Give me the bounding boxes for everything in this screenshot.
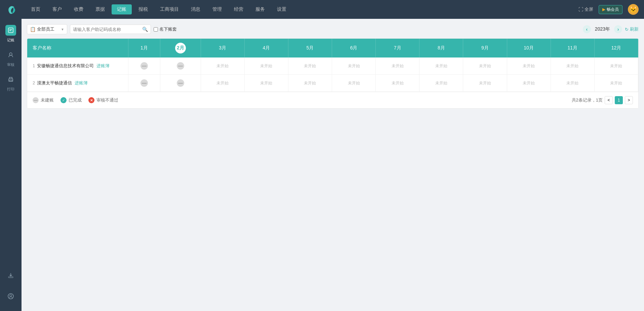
sidebar-item-audit[interactable]: 审核 (0, 46, 22, 71)
employee-filter-label: 全部员工 (37, 26, 54, 32)
month-status-cell: 未开始 (244, 75, 288, 92)
sidebar-ledger-label: 记账 (7, 38, 14, 43)
print-icon-box (5, 74, 16, 85)
active-month-circle: 2月 (175, 43, 186, 53)
nav-item-business[interactable]: 工商项目 (155, 4, 184, 14)
ledger-icon-box (5, 25, 16, 36)
status-not-started: 未开始 (479, 81, 491, 85)
next-page-button[interactable]: > (625, 96, 633, 104)
vip-button[interactable]: ▶ 畅会员 (599, 5, 622, 14)
nav-item-manage[interactable]: 管理 (207, 4, 227, 14)
status-not-started: 未开始 (216, 81, 229, 85)
enter-ledger-link[interactable]: 进账簿 (96, 63, 110, 68)
col-aug: 8月 (419, 39, 463, 57)
fullscreen-icon: ⛶ (578, 7, 583, 12)
prev-year-button[interactable]: ‹ (583, 25, 591, 33)
accounts-table-wrapper: 客户名称 1月 2月 3月 4月 5月 6月 7月 8月 9月 10月 11月 (27, 38, 639, 109)
year-navigation: ‹ 2023年 › (583, 25, 622, 33)
toolbar: 📋 全部员工 ▼ 🔍 名下账套 ‹ 2023年 › ↻ 刷新 (27, 24, 639, 34)
status-not-started: 未开始 (392, 64, 404, 68)
status-not-started: 未开始 (610, 81, 622, 85)
month-status-cell: 未开始 (594, 75, 638, 92)
col-nov: 11月 (551, 39, 594, 57)
top-navigation: 首页 客户 收费 票据 记账 报税 工商项目 消息 管理 经营 服务 设置 ⛶ … (0, 0, 644, 19)
month-status-cell: 未开始 (288, 57, 332, 75)
accounts-table: 客户名称 1月 2月 3月 4月 5月 6月 7月 8月 9月 10月 11月 (27, 39, 638, 92)
row-index: 2 (33, 80, 35, 85)
my-accounts-checkbox-label[interactable]: 名下账套 (154, 26, 177, 32)
month-status-cell: 未开始 (376, 57, 419, 75)
month-status-cell[interactable]: — (128, 57, 160, 75)
pagination: 共2条记录，1页 < 1 > (572, 96, 633, 104)
nav-item-invoice[interactable]: 票据 (90, 4, 110, 14)
my-accounts-checkbox[interactable] (154, 27, 158, 32)
svg-rect-5 (9, 80, 12, 81)
status-not-started: 未开始 (523, 64, 535, 68)
month-status-cell: 未开始 (419, 75, 463, 92)
month-status-cell: 未开始 (244, 57, 288, 75)
sidebar-item-profile[interactable] (0, 287, 22, 306)
sidebar-item-download[interactable] (0, 267, 22, 285)
sidebar-print-label: 打印 (7, 87, 14, 92)
status-not-started: 未开始 (479, 64, 491, 68)
nav-item-home[interactable]: 首页 (26, 4, 46, 14)
status-not-started: 未开始 (566, 81, 578, 85)
completed-dot: ✓ (61, 97, 67, 103)
col-may: 5月 (288, 39, 332, 57)
month-status-cell: 未开始 (419, 57, 463, 75)
sidebar-item-ledger[interactable]: 记账 (0, 22, 22, 46)
enter-ledger-link[interactable]: 进账簿 (75, 80, 88, 85)
nav-item-ledger[interactable]: 记账 (112, 4, 132, 14)
month-status-cell: 未开始 (594, 57, 638, 75)
nav-item-service[interactable]: 服务 (250, 4, 270, 14)
col-customer-name: 客户名称 (27, 39, 128, 57)
search-button[interactable]: 🔍 (142, 27, 148, 32)
prev-page-button[interactable]: < (605, 96, 613, 104)
status-dash-icon: — (177, 79, 184, 87)
vip-icon: ▶ (602, 7, 605, 12)
status-not-started: 未开始 (610, 64, 622, 68)
status-not-started: 未开始 (216, 64, 229, 68)
status-not-started: 未开始 (260, 64, 272, 68)
status-dash-icon: — (140, 79, 148, 87)
month-status-cell: 未开始 (376, 75, 419, 92)
month-status-cell: 未开始 (201, 57, 244, 75)
current-page-button[interactable]: 1 (615, 96, 623, 104)
col-mar: 3月 (201, 39, 244, 57)
col-oct: 10月 (507, 39, 551, 57)
employee-filter[interactable]: 📋 全部员工 ▼ (27, 24, 67, 34)
avatar-emoji: 🐱 (630, 6, 637, 13)
user-circle-icon (5, 291, 16, 302)
sidebar-item-print[interactable]: 打印 (0, 71, 22, 95)
search-input[interactable] (73, 27, 140, 32)
next-year-button[interactable]: › (614, 25, 622, 33)
status-dash-icon: — (177, 62, 184, 70)
status-not-started: 未开始 (304, 64, 316, 68)
audit-icon-box (5, 49, 16, 60)
refresh-button[interactable]: ↻ 刷新 (625, 26, 639, 32)
user-avatar[interactable]: 🐱 (628, 4, 639, 15)
month-status-cell[interactable]: — (160, 57, 201, 75)
month-status-cell: 未开始 (507, 75, 551, 92)
month-status-cell: 未开始 (332, 57, 375, 75)
month-status-cell: 未开始 (463, 75, 507, 92)
nav-right-area: ⛶ 全屏 ▶ 畅会员 🐱 (578, 4, 639, 15)
nav-item-message[interactable]: 消息 (186, 4, 206, 14)
nav-item-billing[interactable]: 收费 (69, 4, 89, 14)
svg-point-8 (10, 295, 12, 297)
year-display: 2023年 (595, 26, 610, 32)
fullscreen-button[interactable]: ⛶ 全屏 (578, 6, 593, 12)
nav-item-tax[interactable]: 报税 (133, 4, 153, 14)
legend-completed: ✓ 已完成 (61, 97, 82, 103)
month-status-cell: 未开始 (507, 57, 551, 75)
month-status-cell[interactable]: — (128, 75, 160, 92)
nav-item-customer[interactable]: 客户 (47, 4, 67, 14)
svg-rect-0 (8, 28, 13, 33)
nav-item-operation[interactable]: 经营 (229, 4, 249, 14)
month-status-cell: 未开始 (332, 75, 375, 92)
col-jan: 1月 (128, 39, 160, 57)
row-index: 1 (33, 63, 35, 68)
month-status-cell[interactable]: — (160, 75, 201, 92)
legend-rejected: ✕ 审核不通过 (88, 97, 118, 103)
nav-item-settings[interactable]: 设置 (272, 4, 292, 14)
